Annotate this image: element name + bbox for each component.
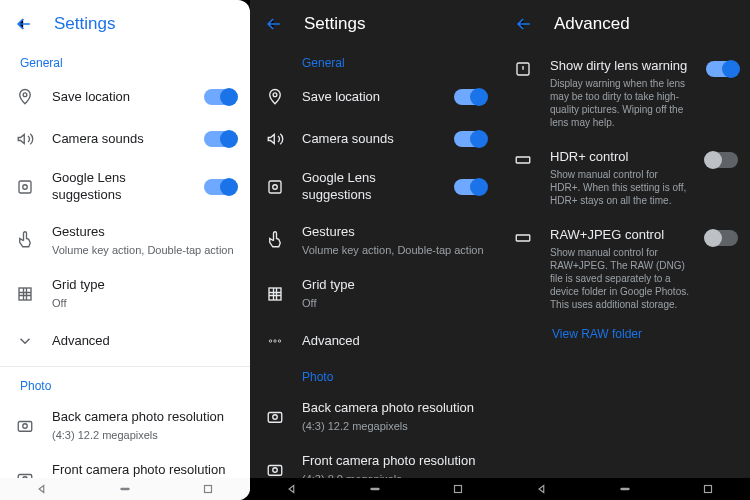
android-navbar xyxy=(0,478,250,500)
sublabel: Off xyxy=(52,296,236,310)
row-advanced[interactable]: Advanced xyxy=(250,320,500,362)
label: Google Lens suggestions xyxy=(52,170,188,204)
back-icon[interactable] xyxy=(264,14,284,34)
toggle-camera-sounds[interactable] xyxy=(454,131,486,147)
toggle-hdr[interactable] xyxy=(706,152,738,168)
nav-recent-icon[interactable] xyxy=(451,482,465,496)
svg-rect-11 xyxy=(269,181,281,193)
svg-point-14 xyxy=(269,340,271,342)
nav-back-icon[interactable] xyxy=(535,482,549,496)
gesture-icon xyxy=(264,229,286,251)
row-advanced[interactable]: Advanced xyxy=(0,320,250,362)
grid-icon xyxy=(264,283,286,305)
link-view-raw[interactable]: View RAW folder xyxy=(500,321,750,347)
toggle-lens[interactable] xyxy=(204,179,236,195)
svg-point-18 xyxy=(273,415,278,420)
toggle-save-location[interactable] xyxy=(454,89,486,105)
svg-rect-8 xyxy=(120,488,129,490)
label: Front camera photo resolution xyxy=(302,453,486,470)
row-dirty-lens[interactable]: Show dirty lens warningDisplay warning w… xyxy=(500,48,750,139)
row-camera-sounds[interactable]: Camera sounds xyxy=(0,118,250,160)
row-lens[interactable]: Google Lens suggestions xyxy=(250,160,500,214)
divider xyxy=(0,366,250,367)
sublabel: (4:3) 12.2 megapixels xyxy=(302,419,486,433)
svg-rect-13 xyxy=(269,288,281,300)
back-icon[interactable] xyxy=(514,14,534,34)
toggle-camera-sounds[interactable] xyxy=(204,131,236,147)
label: Front camera photo resolution xyxy=(52,462,236,479)
svg-rect-27 xyxy=(705,486,712,493)
label: Show dirty lens warning xyxy=(550,58,690,75)
svg-rect-17 xyxy=(268,412,282,422)
sublabel: Volume key action, Double-tap action xyxy=(52,243,236,257)
gesture-icon xyxy=(14,229,36,251)
row-gestures[interactable]: GesturesVolume key action, Double-tap ac… xyxy=(0,214,250,267)
svg-rect-9 xyxy=(205,486,212,493)
sublabel: Volume key action, Double-tap action xyxy=(302,243,486,257)
sublabel: Show manual control for RAW+JPEG. The RA… xyxy=(550,246,690,311)
nav-back-icon[interactable] xyxy=(285,482,299,496)
row-gestures[interactable]: GesturesVolume key action, Double-tap ac… xyxy=(250,214,500,267)
back-icon[interactable] xyxy=(14,14,34,34)
svg-rect-26 xyxy=(620,488,629,490)
toggle-save-location[interactable] xyxy=(204,89,236,105)
sound-icon xyxy=(264,128,286,150)
label: RAW+JPEG control xyxy=(550,227,690,244)
sublabel: Off xyxy=(302,296,486,310)
camera-back-icon xyxy=(264,406,286,428)
sound-icon xyxy=(14,128,36,150)
row-back-res[interactable]: Back camera photo resolution(4:3) 12.2 m… xyxy=(0,399,250,452)
label: Google Lens suggestions xyxy=(302,170,438,204)
nav-home-icon[interactable] xyxy=(118,482,132,496)
section-photo: Photo xyxy=(0,371,250,399)
row-camera-sounds[interactable]: Camera sounds xyxy=(250,118,500,160)
label: Grid type xyxy=(302,277,486,294)
svg-rect-24 xyxy=(516,157,530,163)
label: Save location xyxy=(52,89,188,106)
label: Back camera photo resolution xyxy=(302,400,486,417)
svg-rect-1 xyxy=(19,181,31,193)
nav-home-icon[interactable] xyxy=(618,482,632,496)
label: Camera sounds xyxy=(52,131,188,148)
label: Advanced xyxy=(52,333,236,350)
svg-point-5 xyxy=(23,424,28,429)
row-lens[interactable]: Google Lens suggestions xyxy=(0,160,250,214)
label: Grid type xyxy=(52,277,236,294)
page-title: Settings xyxy=(54,14,115,34)
nav-home-icon[interactable] xyxy=(368,482,382,496)
nav-back-icon[interactable] xyxy=(35,482,49,496)
lens-icon xyxy=(264,176,286,198)
nav-recent-icon[interactable] xyxy=(701,482,715,496)
raw-icon xyxy=(512,227,534,249)
location-icon xyxy=(14,86,36,108)
svg-rect-19 xyxy=(268,465,282,475)
android-navbar xyxy=(500,478,750,500)
label: Advanced xyxy=(302,333,486,350)
toggle-dirty-lens[interactable] xyxy=(706,61,738,77)
row-grid[interactable]: Grid typeOff xyxy=(250,267,500,320)
section-photo: Photo xyxy=(250,362,500,390)
sublabel: (4:3) 12.2 megapixels xyxy=(52,428,236,442)
nav-recent-icon[interactable] xyxy=(201,482,215,496)
page-title: Advanced xyxy=(554,14,630,34)
toggle-raw[interactable] xyxy=(706,230,738,246)
svg-point-20 xyxy=(273,468,278,473)
label: Camera sounds xyxy=(302,131,438,148)
sublabel: Show manual control for HDR+. When this … xyxy=(550,168,690,207)
svg-point-16 xyxy=(278,340,280,342)
location-icon xyxy=(264,86,286,108)
row-save-location[interactable]: Save location xyxy=(250,76,500,118)
row-save-location[interactable]: Save location xyxy=(0,76,250,118)
label: Save location xyxy=(302,89,438,106)
row-grid[interactable]: Grid typeOff xyxy=(0,267,250,320)
chevron-down-icon xyxy=(14,330,36,352)
row-back-res[interactable]: Back camera photo resolution(4:3) 12.2 m… xyxy=(250,390,500,443)
svg-rect-3 xyxy=(19,288,31,300)
page-title: Settings xyxy=(304,14,365,34)
row-raw-control[interactable]: RAW+JPEG controlShow manual control for … xyxy=(500,217,750,321)
toggle-lens[interactable] xyxy=(454,179,486,195)
section-general: General xyxy=(0,48,250,76)
svg-rect-21 xyxy=(370,488,379,490)
row-hdr-control[interactable]: HDR+ controlShow manual control for HDR+… xyxy=(500,139,750,217)
warning-icon xyxy=(512,58,534,80)
